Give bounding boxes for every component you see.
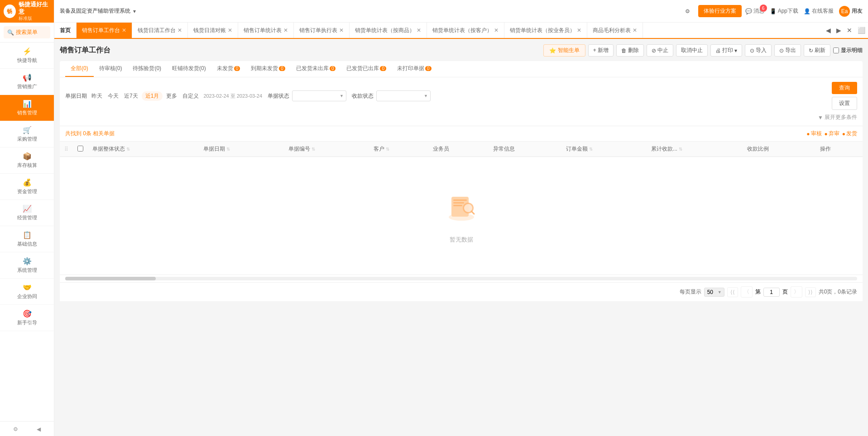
sidebar-item-label: 新手引导 <box>17 319 37 326</box>
select-all-checkbox[interactable] <box>77 146 83 152</box>
sidebar-item-quick-nav[interactable]: ⚡ 快捷导航 <box>0 43 54 69</box>
import-button[interactable]: ⊙ 导入 <box>745 44 772 57</box>
h-scroll-track[interactable] <box>65 277 857 280</box>
svg-rect-2 <box>453 199 467 201</box>
date-1month-btn[interactable]: 近1月 <box>142 91 163 101</box>
sidebar-item-finance[interactable]: 💰 资金管理 <box>0 174 54 200</box>
tab-sales-stat1[interactable]: 销售订单统计表 ✕ <box>238 23 294 38</box>
app-download-button[interactable]: 📱 App下载 <box>770 7 798 15</box>
filter-tab-not-printed[interactable]: 未打印单据0 <box>392 61 437 77</box>
sidebar-item-purchase[interactable]: 🛒 采购管理 <box>0 121 54 147</box>
tab-scroll-right[interactable]: ▶ <box>834 23 844 38</box>
sidebar-item-operation[interactable]: 📈 经营管理 <box>0 200 54 226</box>
tab-close-sales-stat1[interactable]: ✕ <box>283 27 288 33</box>
filter-tab-all[interactable]: 全部(0) <box>65 61 94 77</box>
tab-close-sales-stat2[interactable]: ✕ <box>339 27 344 33</box>
online-service-button[interactable]: 👤 在线客服 <box>804 7 834 15</box>
tab-close-sales-stat5[interactable]: ✕ <box>577 27 581 33</box>
sidebar-item-inventory[interactable]: 📦 库存核算 <box>0 147 54 174</box>
date-today-btn[interactable]: 今天 <box>106 91 120 101</box>
user-info[interactable]: Ea 用友 <box>839 6 863 17</box>
sidebar-item-marketing[interactable]: 📢 营销推广 <box>0 69 54 95</box>
tab-sales-stat3[interactable]: 销货单统计表（按商品） ✕ <box>350 23 427 38</box>
h-scroll-thumb[interactable] <box>65 277 156 280</box>
tab-close-sales-stat4[interactable]: ✕ <box>494 27 499 33</box>
sidebar-item-guide[interactable]: 🎯 新手引导 <box>0 305 54 331</box>
filter-tab-shipped-out[interactable]: 已发货已出库0 <box>341 61 392 77</box>
sidebar-item-enterprise[interactable]: 🤝 企业协同 <box>0 279 54 305</box>
filter-tab-overdue-ship[interactable]: 到期未发货0 <box>245 61 291 77</box>
tab-sales-stat4[interactable]: 销货单统计表（按客户） ✕ <box>427 23 504 38</box>
search-menu-button[interactable]: 🔍 搜索菜单 <box>4 26 50 38</box>
cancel-audit-quick-btn[interactable]: ● 弃审 <box>825 130 839 137</box>
print-icon: 🖨 <box>715 47 721 54</box>
tab-sales-stat5[interactable]: 销货单统计表（按业务员） ✕ <box>504 23 587 38</box>
filter-tab-pending-inspect[interactable]: 待拣验货(0) <box>127 61 167 77</box>
sidebar-settings-button[interactable]: ⚙ <box>13 425 18 432</box>
tab-close-current[interactable]: ✕ <box>844 23 855 38</box>
filter-tab-shipped-not-out[interactable]: 已发货未出库0 <box>291 61 341 77</box>
system-dropdown-button[interactable]: ▾ <box>133 8 136 14</box>
last-page-btn[interactable]: ⟩⟩ <box>805 287 816 297</box>
print-button[interactable]: 🖨 打印 ▾ <box>710 44 742 57</box>
sidebar-item-basic[interactable]: 📋 基础信息 <box>0 226 54 252</box>
audit-quick-btn[interactable]: ● 审核 <box>806 130 821 137</box>
date-custom-btn[interactable]: 自定义 <box>181 91 201 101</box>
tab-scroll-left[interactable]: ◀ <box>823 23 834 38</box>
payment-select[interactable] <box>376 90 431 101</box>
filter-tab-wangpu-ship[interactable]: 旺铺待发货(0) <box>167 61 211 77</box>
tab-home[interactable]: 首页 <box>54 23 77 38</box>
filter-tab-not-shipped[interactable]: 未发货0 <box>211 61 246 77</box>
export-button[interactable]: ⊙ 导出 <box>774 44 801 57</box>
next-page-btn[interactable]: 〉 <box>791 286 802 298</box>
sidebar-item-label: 企业协同 <box>17 293 37 300</box>
logo-subtitle: 标准版 <box>19 15 50 22</box>
ship-quick-btn[interactable]: ● 发货 <box>842 130 857 137</box>
prev-page-btn[interactable]: 〈 <box>741 286 753 298</box>
sidebar-item-sales[interactable]: 📊 销售管理 <box>0 95 54 121</box>
cancel-stop-button[interactable]: 取消中止 <box>676 44 708 57</box>
tab-close-cash-reconcile[interactable]: ✕ <box>228 27 232 33</box>
show-detail-checkbox-label[interactable]: 显示明细 <box>833 47 863 54</box>
payment-field: 收款状态 <box>352 90 431 101</box>
page-number-input[interactable] <box>763 288 780 297</box>
stop-button[interactable]: ⊘ 中止 <box>647 44 673 57</box>
message-button[interactable]: 💬 6 消息 <box>745 7 764 15</box>
tab-close-sales-stat3[interactable]: ✕ <box>417 27 421 33</box>
tab-close-margin-stat[interactable]: ✕ <box>633 27 637 33</box>
show-detail-checkbox[interactable] <box>833 47 839 53</box>
search-action-group: 查询 设置 <box>832 82 857 110</box>
col-abnormal: 异常信息 <box>489 142 561 157</box>
date-more-btn[interactable]: 更多 <box>164 91 179 101</box>
tab-close-sales-order[interactable]: ✕ <box>122 27 126 33</box>
sidebar-item-system[interactable]: ⚙️ 系统管理 <box>0 252 54 279</box>
date-yesterday-btn[interactable]: 昨天 <box>90 91 104 101</box>
gear-button[interactable]: ⚙ <box>681 6 695 16</box>
tab-close-cash-daily[interactable]: ✕ <box>177 27 182 33</box>
tab-cash-daily[interactable]: 钱货日清工作台 ✕ <box>132 23 188 38</box>
sidebar-item-label: 营销推广 <box>17 83 37 90</box>
tab-cash-reconcile[interactable]: 钱货日清对账 ✕ <box>188 23 238 38</box>
industry-btn[interactable]: 体验行业方案 <box>698 5 742 17</box>
sort-icon: ⇅ <box>679 147 682 152</box>
tab-margin-stat[interactable]: 商品毛利分析表 ✕ <box>587 23 643 38</box>
settings-button[interactable]: 设置 <box>832 97 857 110</box>
refresh-button[interactable]: ↻ 刷新 <box>804 44 830 57</box>
col-date: 单据日期 ⇅ <box>199 142 284 157</box>
date-7days-btn[interactable]: 近7天 <box>122 91 140 101</box>
per-page-select[interactable]: 50 10 20 100 <box>704 288 724 297</box>
sidebar-collapse-button[interactable]: ◀ <box>37 425 41 432</box>
first-page-btn[interactable]: ⟨⟨ <box>727 287 738 297</box>
expand-conditions-button[interactable]: ▼ 展开更多条件 <box>818 114 857 121</box>
add-button[interactable]: + 新增 <box>588 44 614 57</box>
delete-button[interactable]: 🗑 删除 <box>616 44 644 57</box>
status-select[interactable] <box>292 90 346 101</box>
tab-maximize[interactable]: ⬜ <box>855 23 868 38</box>
main-content: 装备及固定资产辅助管理系统 ▾ ⚙ 体验行业方案 💬 6 消息 📱 App下载 … <box>54 0 868 436</box>
tab-sales-order[interactable]: 销售订单工作台 ✕ <box>77 23 132 38</box>
tab-sales-stat2[interactable]: 销售订单执行表 ✕ <box>294 23 350 38</box>
search-button[interactable]: 查询 <box>832 82 857 94</box>
filter-tab-pending-review[interactable]: 待审核(0) <box>94 61 128 77</box>
content-inner: 销售订单工作台 ⭐ 智能生单 + 新增 🗑 删除 ⊘ 中止 <box>54 39 868 307</box>
smart-create-button[interactable]: ⭐ 智能生单 <box>543 44 585 57</box>
